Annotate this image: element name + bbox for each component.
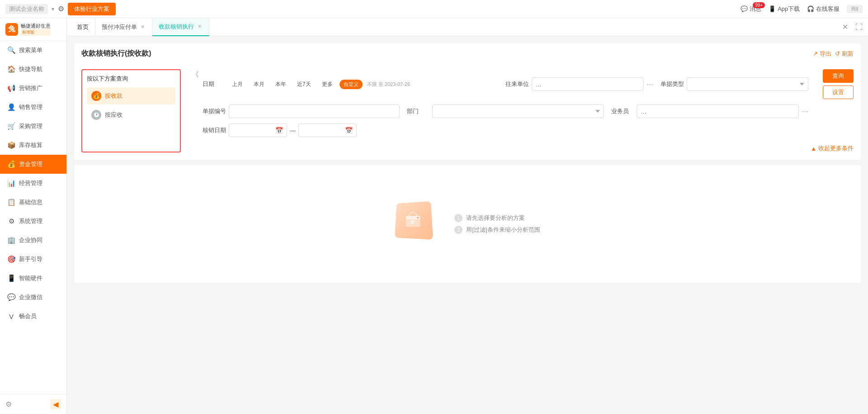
- date-field: 日期 上月 本月 本年 近7天 更多 自定义 不限 至 2023-07-26: [203, 79, 498, 90]
- sidebar-logo: 兔 畅捷通好生意 标准版: [0, 18, 66, 41]
- tab-bar-actions: ✕ ⛶: [840, 21, 864, 33]
- dept-field: 部门: [407, 105, 604, 118]
- message-badge: 99+: [753, 2, 765, 8]
- user-info[interactable]: Rit: [847, 5, 863, 13]
- sidebar-item-member[interactable]: V 畅会员: [0, 307, 66, 326]
- doc-no-field: 单据编号: [203, 105, 400, 118]
- sidebar-item-smart-hw[interactable]: 📱 智能硬件: [0, 269, 66, 288]
- marketing-icon: 📢: [7, 84, 15, 92]
- app-icon: 📱: [769, 5, 776, 12]
- receivable-option-icon: 🕐: [91, 110, 101, 120]
- basic-info-icon: 📋: [7, 198, 15, 206]
- finance-icon: 💰: [7, 160, 15, 168]
- doc-type-field: 单据类型: [660, 77, 808, 91]
- filter-option-by-receipt[interactable]: 💰 按收款: [87, 87, 175, 105]
- tab-prepay-close[interactable]: ✕: [140, 23, 146, 31]
- sidebar-label-search-menu: 搜索菜单: [19, 46, 42, 54]
- tab-bar: 首页 预付冲应付单 ✕ 收款核销执行 ✕ ✕ ⛶: [67, 18, 868, 36]
- tab-close-all-button[interactable]: ✕: [840, 21, 850, 33]
- sidebar-item-operations[interactable]: 📊 经营管理: [0, 174, 66, 193]
- sidebar-item-marketing[interactable]: 📢 营销推广: [0, 79, 66, 98]
- empty-box-icon: [395, 201, 434, 240]
- sidebar-label-purchase: 采购管理: [19, 122, 42, 130]
- settings-icon[interactable]: ⚙: [58, 5, 64, 13]
- calendar-start-icon[interactable]: 📅: [275, 127, 283, 134]
- sidebar-label-system: 系统管理: [19, 217, 42, 225]
- online-service-button[interactable]: 🎧 在线客服: [807, 5, 840, 13]
- date-separator: —: [290, 127, 296, 134]
- tab-prepay[interactable]: 预付冲应付单 ✕: [95, 18, 152, 36]
- collapse-more-button[interactable]: ▲ 收起更多条件: [811, 144, 854, 152]
- sidebar-item-inventory[interactable]: 📦 库存核算: [0, 136, 66, 155]
- page-title: 收款核销执行(按收款): [81, 49, 151, 58]
- hint-2-num: 2: [454, 226, 462, 234]
- member-icon: V: [7, 313, 15, 320]
- export-icon: ↗: [813, 50, 818, 57]
- sidebar-item-newbie[interactable]: 🎯 新手引导: [0, 250, 66, 269]
- salesperson-dots-icon[interactable]: ···: [802, 107, 808, 116]
- date-label: 日期: [203, 80, 225, 88]
- sidebar-label-finance: 资金管理: [19, 160, 42, 168]
- chevron-down-icon[interactable]: ▾: [52, 6, 54, 12]
- quick-date-this-year[interactable]: 本年: [271, 79, 290, 90]
- tab-expand-button[interactable]: ⛶: [854, 21, 864, 33]
- system-icon: ⚙: [7, 217, 15, 225]
- filter-sidebar-title: 按以下方案查询: [87, 75, 175, 83]
- quick-date-more[interactable]: 更多: [318, 79, 337, 90]
- page-header: 收款核销执行(按收款) ↗ 导出 ↺ 刷新: [74, 43, 861, 64]
- sidebar-item-sales[interactable]: 👤 销售管理: [0, 98, 66, 117]
- filter-sidebar: 按以下方案查询 💰 按收款 🕐 按应收: [81, 69, 181, 152]
- dept-select[interactable]: [432, 105, 604, 118]
- salesperson-label: 业务员: [611, 107, 634, 115]
- doc-type-label: 单据类型: [660, 80, 684, 88]
- quick-dates: 上月 本月 本年 近7天 更多 自定义: [228, 79, 363, 90]
- tab-receipt-writeoff[interactable]: 收款核销执行 ✕: [152, 18, 209, 36]
- sidebar-item-search-menu[interactable]: 🔍 搜索菜单: [0, 41, 66, 60]
- app-download-button[interactable]: 📱 App下载: [769, 5, 800, 13]
- sidebar-item-quick-nav[interactable]: 🏠 快捷导航: [0, 60, 66, 79]
- settings-button[interactable]: 设置: [823, 86, 854, 99]
- sidebar-collapse-button[interactable]: ◀: [50, 399, 61, 409]
- partner-dots-icon[interactable]: ···: [646, 80, 653, 89]
- receivable-option-label: 按应收: [105, 111, 123, 119]
- salesperson-input[interactable]: [637, 105, 799, 118]
- message-button[interactable]: 💬 消息 99+: [741, 5, 761, 13]
- tab-home-label: 首页: [77, 23, 89, 31]
- empty-text: 1 请先选择要分析的方案 2 用[过滤]条件来缩小分析范围: [454, 214, 540, 234]
- sidebar-item-system[interactable]: ⚙ 系统管理: [0, 212, 66, 231]
- sidebar-label-enterprise: 企业协同: [19, 236, 42, 244]
- tab-home[interactable]: 首页: [71, 18, 95, 36]
- writeoff-end-input[interactable]: 2023-07-21: [302, 127, 343, 134]
- query-actions: 查询 设置: [823, 69, 854, 99]
- doc-no-input[interactable]: [229, 105, 400, 118]
- refresh-button[interactable]: ↺ 刷新: [835, 50, 854, 58]
- export-button[interactable]: ↗ 导出: [813, 50, 831, 58]
- hint-1-text: 请先选择要分析的方案: [466, 214, 525, 222]
- chevron-up-icon: ▲: [811, 145, 816, 152]
- sidebar-item-enterprise[interactable]: 🏢 企业协同: [0, 231, 66, 250]
- sidebar-item-purchase[interactable]: 🛒 采购管理: [0, 117, 66, 136]
- sidebar-item-basic-info[interactable]: 📋 基础信息: [0, 193, 66, 212]
- industry-solution-button[interactable]: 体验行业方案: [68, 3, 116, 15]
- sidebar-label-inventory: 库存核算: [19, 141, 42, 149]
- calendar-end-icon[interactable]: 📅: [345, 127, 353, 134]
- quick-date-this-month[interactable]: 本月: [250, 79, 269, 90]
- quick-date-7days[interactable]: 近7天: [293, 79, 315, 90]
- tab-receipt-writeoff-close[interactable]: ✕: [197, 23, 203, 30]
- quick-date-last-month[interactable]: 上月: [228, 79, 247, 90]
- writeoff-start-input[interactable]: 2023-03-01: [233, 127, 274, 134]
- filter-sidebar-collapse-button[interactable]: 《: [188, 70, 203, 80]
- sidebar-gear-button[interactable]: ⚙: [5, 400, 12, 409]
- doc-type-select[interactable]: [687, 77, 808, 91]
- writeoff-start-wrap: 2023-03-01 📅: [229, 124, 287, 137]
- top-header-left: 测试企业名称 ▾ ⚙ 体验行业方案: [5, 3, 116, 15]
- filter-option-by-receivable[interactable]: 🕐 按应收: [87, 106, 175, 124]
- sidebar-item-finance[interactable]: 💰 资金管理: [0, 155, 66, 174]
- partner-input[interactable]: [532, 77, 644, 91]
- custom-date-tag[interactable]: 自定义: [340, 80, 363, 89]
- search-icon: 🔍: [7, 46, 15, 54]
- writeoff-date-label: 核销日期: [203, 126, 226, 134]
- collapse-more-row: ▲ 收起更多条件: [203, 143, 854, 152]
- sidebar-item-wechat[interactable]: 💬 企业微信: [0, 288, 66, 307]
- query-button[interactable]: 查询: [823, 69, 854, 83]
